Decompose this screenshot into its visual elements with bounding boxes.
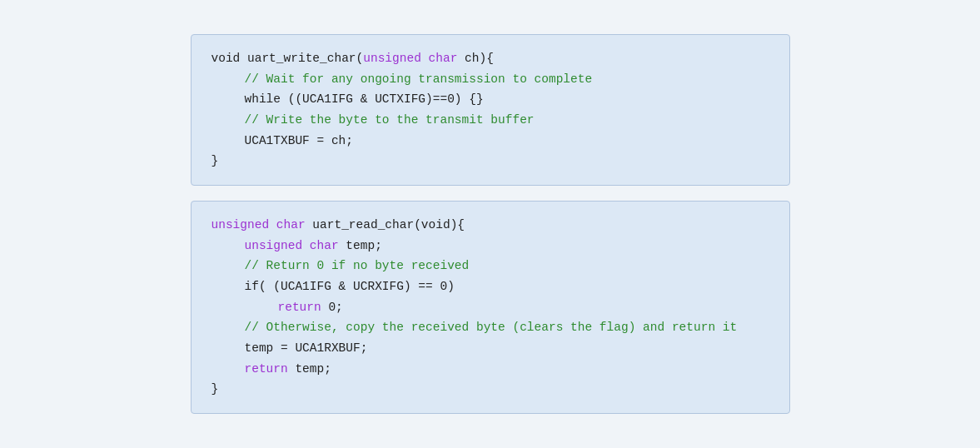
code-line: unsigned char uart_read_char(void){ <box>211 215 769 236</box>
code-token: while ((UCA1IFG & UCTXIFG)==0) {} <box>245 92 484 106</box>
code-token: temp = UCA1RXBUF; <box>245 341 368 355</box>
code-line: temp = UCA1RXBUF; <box>211 338 769 359</box>
code-token: temp; <box>339 239 382 252</box>
code-token: // Write the byte to the transmit buffer <box>245 113 535 127</box>
code-line: return temp; <box>211 359 769 380</box>
code-token: // Wait for any ongoing transmission to … <box>245 72 593 86</box>
code-token: // Otherwise, copy the received byte (cl… <box>245 321 738 334</box>
code-token: unsigned char <box>245 239 339 252</box>
code-token: uart_write_char( <box>247 52 363 65</box>
code-block-2: unsigned char uart_read_char(void){unsig… <box>191 201 790 414</box>
code-token: void <box>211 52 248 65</box>
code-line: while ((UCA1IFG & UCTXIFG)==0) {} <box>211 89 769 110</box>
code-line: } <box>211 379 769 400</box>
code-line: // Otherwise, copy the received byte (cl… <box>211 317 769 338</box>
code-line: // Wait for any ongoing transmission to … <box>211 69 769 90</box>
code-token: } <box>211 382 219 396</box>
code-token: UCA1TXBUF = ch; <box>245 134 354 147</box>
code-token: } <box>211 154 219 167</box>
code-line: if( (UCA1IFG & UCRXIFG) == 0) <box>211 276 769 297</box>
code-line: // Write the byte to the transmit buffer <box>211 110 769 131</box>
code-token: unsigned char <box>363 52 457 65</box>
code-line: } <box>211 151 769 172</box>
code-token: if( (UCA1IFG & UCRXIFG) == 0) <box>245 280 455 293</box>
code-line: void uart_write_char(unsigned char ch){ <box>211 48 769 69</box>
code-line: // Return 0 if no byte received <box>211 256 769 276</box>
code-token: temp; <box>288 362 331 376</box>
code-token: // Return 0 if no byte received <box>245 259 470 272</box>
code-line: UCA1TXBUF = ch; <box>211 131 769 152</box>
code-token: ch){ <box>457 52 494 65</box>
code-line: unsigned char temp; <box>211 236 769 256</box>
code-line: return 0; <box>211 297 769 318</box>
code-token: unsigned char <box>211 218 306 231</box>
code-token: return <box>245 362 288 376</box>
code-token: return <box>278 301 321 314</box>
code-block-1: void uart_write_char(unsigned char ch){/… <box>191 34 790 186</box>
code-token: uart_read_char(void){ <box>306 218 465 231</box>
code-token: 0; <box>321 301 343 314</box>
